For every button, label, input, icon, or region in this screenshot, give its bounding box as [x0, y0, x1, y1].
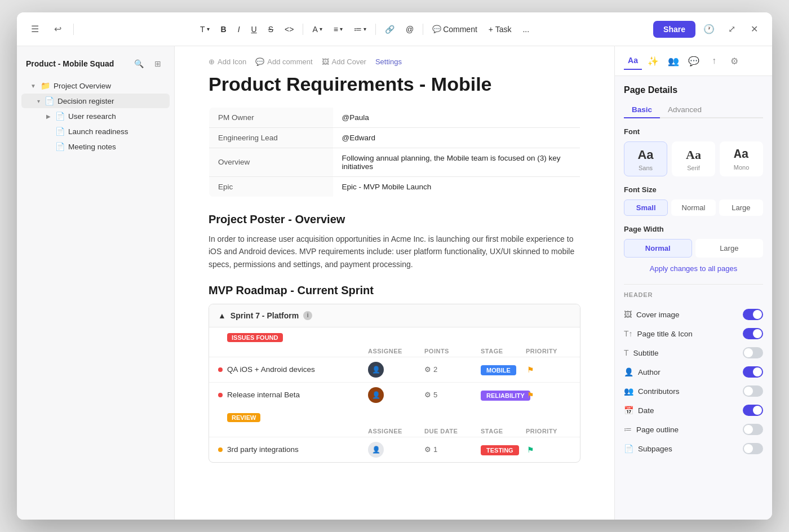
- panel-tab-emoji[interactable]: ✨: [644, 52, 662, 70]
- page-width-title: Page Width: [624, 225, 763, 233]
- panel-tab-chat[interactable]: 💬: [685, 52, 703, 70]
- panel-tab-users[interactable]: 👥: [664, 52, 682, 70]
- sidebar-item-meeting-notes[interactable]: 📄 Meeting notes: [21, 139, 170, 154]
- sidebar-header: Product - Mobile Squad 🔍 ⊞: [17, 53, 174, 78]
- toggle-switch-date[interactable]: [743, 405, 763, 416]
- width-option-large[interactable]: Large: [695, 239, 764, 258]
- task-assignee: 👤: [368, 362, 424, 378]
- settings-label: Settings: [375, 57, 402, 66]
- task-points: ⚙ 2: [424, 365, 481, 374]
- sidebar-item-launch-readiness[interactable]: 📄 Launch readiness: [21, 124, 170, 139]
- toolbar-right: Share 🕐 ⤢ ✕: [653, 20, 763, 38]
- toggle-icon-cover-image: 🖼: [624, 310, 632, 319]
- toggle-row-subpages: 📄 Subpages: [624, 439, 763, 458]
- sidebar-item-project-overview[interactable]: ▼ 📁 Project Overview: [21, 78, 170, 93]
- assignee-avatar: 👤: [368, 362, 384, 378]
- menu-icon[interactable]: ☰: [26, 20, 44, 38]
- toggle-text-contributors: Contributors: [638, 387, 680, 396]
- sidebar-item-decision-register[interactable]: ▾ 📄 Decision register: [21, 94, 170, 108]
- sprint-block: ▲ Sprint 7 - Platform i ISSUES FOUND ASS…: [209, 304, 580, 463]
- toggle-label-subpages: 📄 Subpages: [624, 444, 672, 453]
- sprint-section-label: REVIEW: [227, 413, 260, 422]
- size-option-small[interactable]: Small: [624, 200, 668, 216]
- toggle-row-cover-image: 🖼 Cover image: [624, 305, 763, 324]
- task-button[interactable]: + Task: [484, 20, 516, 38]
- toggle-switch-cover-image[interactable]: [743, 309, 763, 320]
- table-cell-key: PM Owner: [209, 107, 333, 127]
- toggle-switch-page-title-icon[interactable]: [743, 328, 763, 339]
- font-preview-mono: Aa: [734, 148, 748, 162]
- toggle-icon-date: 📅: [624, 406, 633, 415]
- sidebar-search-icon[interactable]: 🔍: [131, 56, 146, 71]
- mention-button[interactable]: @: [401, 20, 418, 38]
- font-option-sans[interactable]: Aa Sans: [624, 141, 667, 176]
- settings-action[interactable]: Settings: [375, 57, 402, 66]
- panel-tab-settings[interactable]: ⚙: [725, 52, 743, 70]
- bold-button[interactable]: B: [216, 20, 231, 38]
- task-priority: ⚑: [526, 445, 571, 454]
- font-color-button[interactable]: A ▾: [308, 20, 326, 38]
- doc-icon: 📄: [55, 127, 65, 136]
- close-icon[interactable]: ✕: [745, 20, 763, 38]
- sidebar-icon-group: 🔍 ⊞: [131, 56, 165, 71]
- undo-icon[interactable]: ↩: [48, 20, 67, 38]
- text-format-button[interactable]: T ▾: [196, 20, 214, 38]
- toolbar: ☰ ↩ T ▾ B I U S <> A ▾ ≡ ▾ ≔: [17, 12, 772, 46]
- toggle-text-page-title-icon: Page title & Icon: [637, 330, 693, 338]
- toggle-switch-author[interactable]: [743, 366, 763, 378]
- table-row: PM Owner@Paula: [209, 107, 580, 127]
- align-button[interactable]: ≡ ▾: [329, 20, 347, 38]
- toggle-label-contributors: 👥 Contributors: [624, 387, 680, 396]
- sprint-sections: ISSUES FOUND ASSIGNEEPOINTSSTAGEPRIORITY…: [209, 327, 580, 462]
- font-option-serif[interactable]: Aa Serif: [672, 141, 715, 176]
- toolbar-center: T ▾ B I U S <> A ▾ ≡ ▾ ≔ ▾ 🔗 @: [81, 20, 649, 38]
- task-points: ⚙ 1: [424, 445, 481, 454]
- apply-changes-link[interactable]: Apply changes to all pages: [624, 262, 763, 275]
- expand-icon[interactable]: ⤢: [722, 20, 741, 38]
- size-option-normal[interactable]: Normal: [671, 200, 715, 216]
- toolbar-sep-2: [303, 24, 303, 35]
- sprint-title: Sprint 7 - Platform: [231, 311, 299, 320]
- font-option-mono[interactable]: Aa Mono: [720, 141, 763, 176]
- sidebar-layout-icon[interactable]: ⊞: [150, 56, 165, 71]
- toggle-switch-page-outline[interactable]: [743, 424, 763, 435]
- toggle-switch-subpages[interactable]: [743, 443, 763, 454]
- panel-tab-share[interactable]: ↑: [705, 52, 723, 70]
- sprint-section: REVIEW ASSIGNEEDUE DATESTAGEPRIORITY 3rd…: [209, 407, 580, 462]
- font-preview-sans: Aa: [637, 148, 653, 162]
- main-content: ⊕ Add Icon 💬 Add comment 🖼 Add Cover Set…: [175, 46, 614, 520]
- link-button[interactable]: 🔗: [380, 20, 399, 38]
- strikethrough-button[interactable]: S: [264, 20, 278, 38]
- add-comment-label: Add comment: [267, 57, 312, 66]
- table-cell-key: Epic: [209, 176, 333, 197]
- add-comment-action[interactable]: 💬 Add comment: [255, 57, 312, 66]
- assignee-avatar: 👤: [368, 387, 384, 403]
- more-button[interactable]: ...: [518, 20, 534, 38]
- width-option-normal[interactable]: Normal: [624, 239, 692, 258]
- panel-tab-advanced[interactable]: Advanced: [660, 102, 710, 118]
- code-button[interactable]: <>: [280, 20, 298, 38]
- table-cell-key: Overview: [209, 148, 333, 176]
- panel-tab-text[interactable]: Aa: [624, 52, 642, 70]
- toggle-switch-subtitle[interactable]: [743, 347, 763, 358]
- task-label: QA iOS + Android devices: [227, 365, 315, 374]
- toggle-label-page-title-icon: T↑ Page title & Icon: [624, 329, 693, 338]
- toggle-switch-contributors[interactable]: [743, 385, 763, 397]
- history-icon[interactable]: 🕐: [700, 20, 718, 38]
- comment-button[interactable]: 💬 Comment: [428, 20, 482, 38]
- underline-button[interactable]: U: [247, 20, 261, 38]
- sidebar-item-user-research[interactable]: ▶ 📄 User research: [21, 109, 170, 123]
- points-icon: ⚙: [424, 445, 431, 454]
- assignee-avatar: 👤: [368, 442, 384, 458]
- size-option-large[interactable]: Large: [719, 200, 763, 216]
- panel-tab-basic[interactable]: Basic: [624, 102, 660, 118]
- share-button[interactable]: Share: [653, 21, 695, 38]
- add-icon-action[interactable]: ⊕ Add Icon: [209, 57, 246, 66]
- toggle-row-subtitle: T Subtitle: [624, 343, 763, 362]
- list-button[interactable]: ≔ ▾: [349, 20, 371, 38]
- stage-badge: MOBILE: [481, 365, 516, 375]
- toggle-icon-page-title-icon: T↑: [624, 329, 633, 338]
- italic-button[interactable]: I: [233, 20, 245, 38]
- task-priority: ⚑: [526, 365, 571, 374]
- add-cover-action[interactable]: 🖼 Add Cover: [322, 57, 366, 66]
